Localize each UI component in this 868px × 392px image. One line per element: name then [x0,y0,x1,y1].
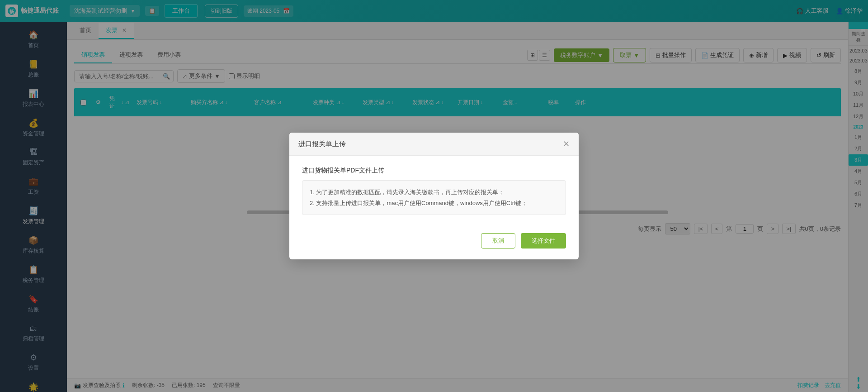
modal-overlay[interactable]: 进口报关单上传 ✕ 进口货物报关单PDF文件上传 1. 为了更加精准的数据匹配，… [0,0,868,392]
modal-title: 进口报关单上传 [298,140,346,148]
modal-info-box: 1. 为了更加精准的数据匹配，请先录入海关缴款书，再上传对应的报关单； 2. 支… [302,180,566,215]
modal-body: 进口货物报关单PDF文件上传 1. 为了更加精准的数据匹配，请先录入海关缴款书，… [289,156,579,226]
modal-dialog: 进口报关单上传 ✕ 进口货物报关单PDF文件上传 1. 为了更加精准的数据匹配，… [289,133,579,259]
modal-footer: 取消 选择文件 [289,226,579,259]
modal-info-item-1: 1. 为了更加精准的数据匹配，请先录入海关缴款书，再上传对应的报关单； [310,187,558,197]
modal-select-file-button[interactable]: 选择文件 [521,233,566,249]
modal-info-item-2: 2. 支持批量上传进口报关单，mac用户使用Command键，windows用户… [310,198,558,208]
modal-header: 进口报关单上传 ✕ [289,133,579,156]
modal-section-title: 进口货物报关单PDF文件上传 [302,167,566,175]
modal-cancel-button[interactable]: 取消 [481,233,515,249]
modal-close-button[interactable]: ✕ [563,139,570,149]
